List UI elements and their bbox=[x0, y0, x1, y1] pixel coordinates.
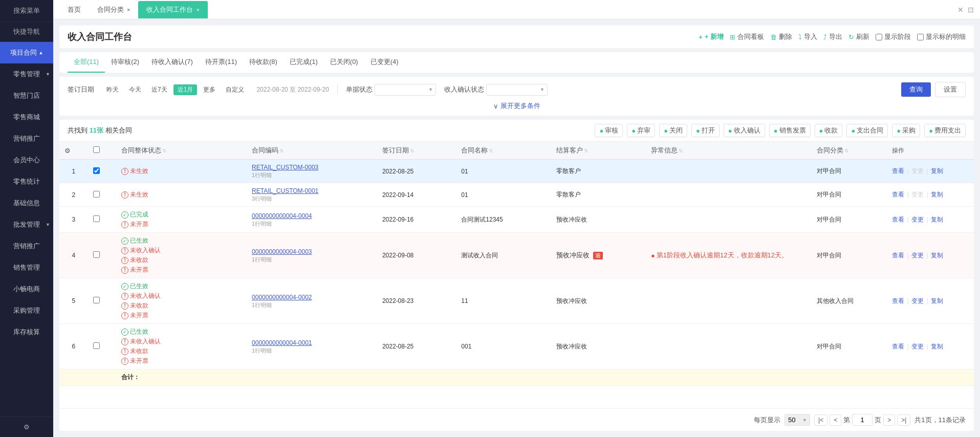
row1-checkbox[interactable] bbox=[88, 160, 117, 183]
action-abandon[interactable]: ● 弃审 bbox=[627, 124, 655, 137]
row5-edit-link[interactable]: 变更 bbox=[911, 297, 924, 304]
income-confirm-select-wrapper[interactable] bbox=[486, 84, 548, 96]
gear-icon[interactable]: ⚙ bbox=[64, 147, 71, 155]
tab-home[interactable]: 首页 bbox=[59, 1, 89, 18]
sidebar-item-project-contract[interactable]: 项目合同 ▲ bbox=[0, 42, 53, 63]
sort-code-icon[interactable]: ⇅ bbox=[279, 148, 284, 154]
income-confirm-select[interactable] bbox=[486, 84, 548, 96]
status-tab-changed[interactable]: 已变更(4) bbox=[364, 52, 405, 73]
sidebar-settings[interactable]: ⚙ bbox=[0, 417, 53, 437]
date-btn-last1month[interactable]: 近1月 bbox=[173, 84, 198, 95]
row2-code-link[interactable]: RETAIL_CUSTOM-0001 bbox=[252, 187, 318, 194]
row4-edit-link[interactable]: 变更 bbox=[911, 252, 924, 259]
date-btn-last7[interactable]: 近7天 bbox=[147, 84, 171, 95]
row4-checkbox[interactable] bbox=[88, 233, 117, 278]
sidebar-item-marketing2[interactable]: 营销推广 bbox=[0, 235, 53, 257]
date-btn-more[interactable]: 更多 bbox=[199, 84, 220, 95]
row2-view-link[interactable]: 查看 bbox=[892, 191, 904, 198]
action-purchase[interactable]: ● 采购 bbox=[892, 124, 920, 137]
action-print[interactable]: ● 打开 bbox=[691, 124, 720, 137]
sidebar-item-smart-store[interactable]: 智慧门店 bbox=[0, 85, 53, 106]
row2-copy-link[interactable]: 复制 bbox=[931, 191, 943, 198]
row4-code-link[interactable]: 0000000000004-0003 bbox=[252, 248, 312, 255]
page-prev-btn[interactable]: < bbox=[830, 414, 841, 426]
page-input[interactable] bbox=[852, 414, 873, 426]
sidebar-item-retail-mgmt[interactable]: 零售管理 bbox=[0, 63, 53, 85]
page-next-btn[interactable]: > bbox=[883, 414, 895, 426]
expand-filter-button[interactable]: ∨ 展开更多条件 bbox=[493, 101, 540, 111]
row5-code-link[interactable]: 0000000000004-0002 bbox=[252, 294, 312, 301]
sidebar-item-retail-stats[interactable]: 零售统计 bbox=[0, 171, 53, 192]
sidebar-item-base-info[interactable]: 基础信息 bbox=[0, 192, 53, 214]
maximize-icon[interactable]: ⊡ bbox=[968, 6, 974, 14]
row4-view-link[interactable]: 查看 bbox=[892, 252, 904, 259]
export-button[interactable]: ⤴ 导出 bbox=[823, 32, 842, 41]
query-button[interactable]: 查询 bbox=[901, 82, 931, 97]
row3-copy-link[interactable]: 复制 bbox=[931, 216, 943, 223]
per-page-select-wrapper[interactable]: 50 100 bbox=[785, 414, 810, 426]
action-income-confirm[interactable]: ● 收入确认 bbox=[724, 124, 765, 137]
tab-contract-category-close[interactable]: × bbox=[127, 7, 130, 13]
action-review[interactable]: ● 审核 bbox=[595, 124, 623, 137]
status-tab-pending-review[interactable]: 待审核(2) bbox=[105, 52, 145, 73]
page-first-btn[interactable]: |< bbox=[814, 414, 827, 426]
sort-date-icon[interactable]: ⇅ bbox=[410, 148, 414, 154]
sidebar-item-marketing[interactable]: 营销推广 bbox=[0, 128, 53, 149]
show-detail-checkbox[interactable]: 显示标的明细 bbox=[917, 32, 966, 41]
row5-checkbox[interactable] bbox=[88, 278, 117, 324]
row2-edit-link[interactable]: 变更 bbox=[911, 191, 924, 198]
sidebar-item-sales-mgmt[interactable]: 销售管理 bbox=[0, 257, 53, 278]
close-icon[interactable]: ✕ bbox=[957, 6, 964, 14]
action-fee-out[interactable]: ● 费用支出 bbox=[924, 124, 966, 137]
status-tab-pending-invoice[interactable]: 待开票(11) bbox=[199, 52, 243, 73]
row6-copy-link[interactable]: 复制 bbox=[931, 343, 943, 350]
delete-button[interactable]: 🗑 删除 bbox=[770, 32, 792, 41]
tab-income-contract[interactable]: 收入合同工作台 × bbox=[138, 1, 207, 18]
action-payment[interactable]: ● 收款 bbox=[815, 124, 843, 137]
row4-copy-link[interactable]: 复制 bbox=[931, 252, 943, 259]
action-expense-out[interactable]: ● 支出合同 bbox=[846, 124, 888, 137]
sort-category-icon[interactable]: ⇅ bbox=[844, 148, 848, 154]
row1-edit-link[interactable]: 变更 bbox=[911, 167, 924, 174]
refresh-button[interactable]: ↻ 刷新 bbox=[848, 32, 869, 41]
sidebar-item-wholesale-mgmt[interactable]: 批发管理 bbox=[0, 214, 53, 235]
col-settings[interactable]: ⚙ bbox=[59, 142, 88, 160]
status-tab-pending-payment[interactable]: 待收款(8) bbox=[243, 52, 284, 73]
row3-view-link[interactable]: 查看 bbox=[892, 216, 904, 223]
sidebar-item-inventory[interactable]: 库存核算 bbox=[0, 321, 53, 343]
per-page-select[interactable]: 50 100 bbox=[785, 414, 810, 426]
row2-checkbox[interactable] bbox=[88, 183, 117, 207]
row1-copy-link[interactable]: 复制 bbox=[931, 167, 943, 174]
kanban-button[interactable]: ⊞ 合同看板 bbox=[730, 32, 764, 41]
row5-view-link[interactable]: 查看 bbox=[892, 297, 904, 304]
sidebar-search[interactable]: 搜索菜单 bbox=[0, 0, 53, 22]
row6-view-link[interactable]: 查看 bbox=[892, 343, 904, 350]
sidebar-quick-nav[interactable]: 快捷导航 bbox=[0, 22, 53, 42]
row1-code-link[interactable]: RETAIL_CUSTOM-0003 bbox=[252, 164, 318, 171]
row3-code-link[interactable]: 0000000000004-0004 bbox=[252, 212, 312, 220]
add-button[interactable]: + + 新增 bbox=[699, 32, 724, 41]
select-all-checkbox[interactable] bbox=[93, 146, 100, 153]
show-fields-input[interactable] bbox=[876, 34, 882, 40]
status-tab-closed[interactable]: 已关闭(0) bbox=[324, 52, 364, 73]
sort-status-icon[interactable]: ⇅ bbox=[162, 148, 166, 154]
date-btn-yesterday[interactable]: 昨天 bbox=[102, 84, 123, 95]
action-sales-invoice[interactable]: ● 销售发票 bbox=[769, 124, 811, 137]
tab-contract-category[interactable]: 合同分类 × bbox=[89, 1, 138, 18]
row6-edit-link[interactable]: 变更 bbox=[911, 343, 924, 350]
date-btn-custom[interactable]: 自定义 bbox=[222, 84, 248, 95]
tab-income-contract-close[interactable]: × bbox=[196, 7, 199, 13]
status-tab-completed[interactable]: 已完成(1) bbox=[284, 52, 324, 73]
row3-checkbox[interactable] bbox=[88, 207, 117, 233]
sort-abnormal-icon[interactable]: ⇅ bbox=[679, 148, 683, 154]
sidebar-item-retail-mall[interactable]: 零售商城 bbox=[0, 106, 53, 128]
row1-view-link[interactable]: 查看 bbox=[892, 167, 904, 174]
sidebar-item-purchase-mgmt[interactable]: 采购管理 bbox=[0, 300, 53, 321]
row3-edit-link[interactable]: 变更 bbox=[911, 216, 924, 223]
show-detail-input[interactable] bbox=[917, 34, 924, 40]
status-tab-all[interactable]: 全部(11) bbox=[68, 52, 105, 73]
row6-checkbox[interactable] bbox=[88, 324, 117, 369]
import-button[interactable]: ⤵ 导入 bbox=[798, 32, 817, 41]
row6-code-link[interactable]: 0000000000004-0001 bbox=[252, 339, 312, 346]
doc-status-select-wrapper[interactable] bbox=[375, 84, 436, 96]
